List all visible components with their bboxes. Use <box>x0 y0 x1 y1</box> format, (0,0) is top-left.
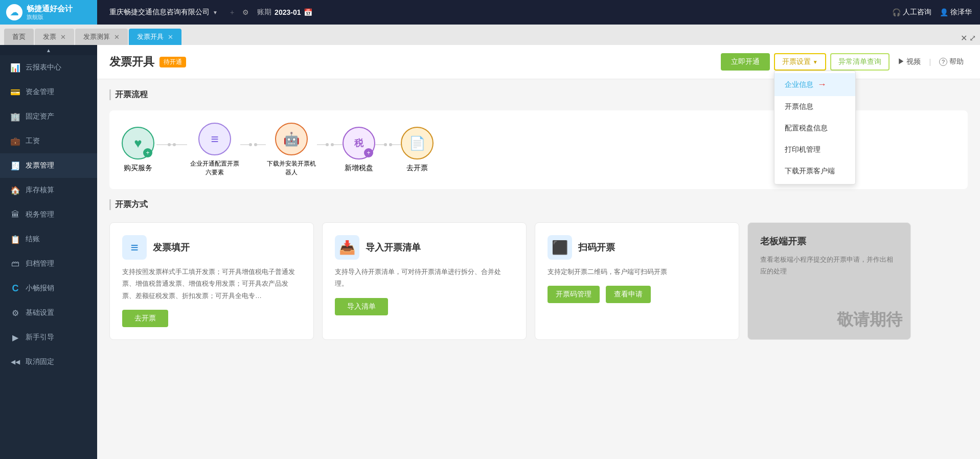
qr-manage-button[interactable]: 开票码管理 <box>548 286 600 303</box>
activate-button[interactable]: 立即开通 <box>721 53 770 71</box>
tab-home-label: 首页 <box>12 32 26 41</box>
company-name: 重庆畅捷交通信息咨询有限公司 <box>109 8 210 17</box>
salary-icon: 💼 <box>10 136 20 146</box>
sidebar-item-cancel-fixed[interactable]: ◀◀ 取消固定 <box>0 350 97 374</box>
method-icon-scan: ⬛ <box>548 235 572 260</box>
method-header-import: 📥 导入开票清单 <box>335 235 514 260</box>
view-apply-button[interactable]: 查看申请 <box>606 286 651 303</box>
method-icon-import: 📥 <box>335 235 359 260</box>
flow-divider-1 <box>156 144 187 145</box>
watermark-text: 敬请期待 <box>837 309 902 331</box>
method-desc-scan: 支持定制开票二维码，客户端可扫码开票 <box>548 266 726 278</box>
report-sales-icon: C <box>10 283 20 293</box>
method-header-fill: ≡ 发票填开 <box>122 235 301 260</box>
tab-home[interactable]: 首页 <box>4 29 34 45</box>
method-card-import: 📥 导入开票清单 支持导入待开票清单，可对待开票清单进行拆分、合并处理。 导入清… <box>322 222 527 340</box>
sidebar-item-tax-label: 税务管理 <box>26 210 54 219</box>
sidebar-item-report-sales-label: 小畅报销 <box>26 284 54 293</box>
tab-close-button[interactable]: ✕ <box>961 33 967 43</box>
company-selector[interactable]: 重庆畅捷交通信息咨询有限公司 ▼ <box>105 6 222 19</box>
red-arrow-icon: → <box>817 79 827 90</box>
video-button[interactable]: ▶ 视频 <box>894 54 925 70</box>
sidebar-item-archive-label: 归档管理 <box>26 259 54 268</box>
abnormal-list-button[interactable]: 异常清单查询 <box>830 53 890 71</box>
dropdown-item-download-client[interactable]: 下载开票客户端 <box>774 160 855 182</box>
logo-text-area: 畅捷通好会计 旗舰版 <box>27 4 73 21</box>
sidebar-item-salary[interactable]: 💼 工资 <box>0 129 97 153</box>
sidebar-item-assets[interactable]: 🏢 固定资产 <box>0 104 97 129</box>
fill-invoice-button[interactable]: 去开票 <box>122 310 168 327</box>
tab-expand-button[interactable]: ⤢ <box>969 33 976 43</box>
method-header-scan: ⬛ 扫码开票 <box>548 235 726 260</box>
sidebar-scroll-up[interactable]: ▲ <box>0 45 97 55</box>
top-bar: ☁ 畅捷通好会计 旗舰版 重庆畅捷交通信息咨询有限公司 ▼ + ⚙ 账期 202… <box>0 0 980 25</box>
sidebar-item-report-sales[interactable]: C 小畅报销 <box>0 276 97 301</box>
dropdown-item-tax-config[interactable]: 配置税盘信息 <box>774 118 855 139</box>
sidebar-item-funds-label: 资金管理 <box>26 87 54 97</box>
settings-gear-icon[interactable]: ⚙ <box>242 8 249 16</box>
flow-label-go-invoice: 去开票 <box>406 164 428 173</box>
tab-invoice-calc-close[interactable]: ✕ <box>114 33 120 41</box>
tab-invoice[interactable]: 发票 ✕ <box>35 29 74 45</box>
dropdown-item-invoice-info[interactable]: 开票信息 <box>774 96 855 118</box>
settings-icon: ⚙ <box>10 308 20 318</box>
dropdown-item-company-info[interactable]: 企业信息 → <box>774 73 855 96</box>
divider-2: | <box>929 58 931 66</box>
sidebar-item-archive[interactable]: 🗃 归档管理 <box>0 251 97 276</box>
flow-step-go-invoice: 📄 去开票 <box>401 127 434 173</box>
top-bar-right: 🎧 人工咨询 👤 徐泽华 <box>892 8 972 17</box>
support-label: 人工咨询 <box>903 8 931 17</box>
app-edition: 旗舰版 <box>27 13 73 21</box>
company-dropdown-icon: ▼ <box>213 10 218 15</box>
method-icon-fill: ≡ <box>122 235 147 260</box>
sidebar: ▲ 📊 云报表中心 💳 资金管理 🏢 固定资产 💼 工资 🧾 发票管理 🏠 库存… <box>0 45 97 459</box>
settings-button[interactable]: 开票设置 ▼ <box>774 53 826 71</box>
flow-label-download: 下载并安装开票机器人 <box>266 159 317 177</box>
user-area[interactable]: 👤 徐泽华 <box>940 8 972 17</box>
method-title-boss: 老板端开票 <box>760 235 806 247</box>
page-title-area: 发票开具 待开通 <box>109 54 186 70</box>
sidebar-item-guide-label: 新手引导 <box>26 333 54 342</box>
reports-icon: 📊 <box>10 62 20 73</box>
dropdown-item-company-info-label: 企业信息 <box>785 80 813 89</box>
sidebar-item-cancel-fixed-label: 取消固定 <box>26 357 54 366</box>
dropdown-item-printer[interactable]: 打印机管理 <box>774 139 855 160</box>
play-icon: ▶ <box>898 57 905 65</box>
sidebar-item-invoice-mgr-label: 发票管理 <box>26 161 54 170</box>
help-button[interactable]: ? 帮助 <box>935 54 968 70</box>
tab-invoice-calc-label: 发票测算 <box>83 32 110 41</box>
headset-icon: 🎧 <box>892 8 901 16</box>
page-title: 发票开具 <box>109 54 154 70</box>
settings-dropdown-container: 开票设置 ▼ 企业信息 → 开票信息 配置税盘信息 <box>774 53 826 71</box>
methods-container: ≡ 发票填开 支持按照发票样式手工填开发票；可开具增值税电子普通发票、增值税普通… <box>109 220 968 342</box>
tab-invoice-close[interactable]: ✕ <box>60 33 66 41</box>
sidebar-item-settle[interactable]: 📋 结账 <box>0 227 97 251</box>
sidebar-item-funds[interactable]: 💳 资金管理 <box>0 80 97 104</box>
sidebar-item-inventory[interactable]: 🏠 库存核算 <box>0 178 97 202</box>
tab-invoice-label: 发票 <box>43 32 56 41</box>
sidebar-item-salary-label: 工资 <box>26 136 40 146</box>
settings-dropdown-menu: 企业信息 → 开票信息 配置税盘信息 打印机管理 下 <box>774 71 856 185</box>
funds-icon: 💳 <box>10 87 20 97</box>
import-list-button[interactable]: 导入清单 <box>335 298 388 315</box>
main-layout: ▲ 📊 云报表中心 💳 资金管理 🏢 固定资产 💼 工资 🧾 发票管理 🏠 库存… <box>0 45 980 459</box>
tab-invoice-open[interactable]: 发票开具 ✕ <box>129 29 181 45</box>
calendar-icon[interactable]: 📅 <box>304 8 312 16</box>
sidebar-item-reports[interactable]: 📊 云报表中心 <box>0 55 97 80</box>
method-title-fill: 发票填开 <box>153 241 190 254</box>
tab-invoice-open-close[interactable]: ✕ <box>168 33 173 41</box>
sidebar-item-guide[interactable]: ▶ 新手引导 <box>0 325 97 350</box>
settle-icon: 📋 <box>10 234 20 244</box>
logo-icon: ☁ <box>6 4 22 20</box>
sidebar-item-settings[interactable]: ⚙ 基础设置 <box>0 301 97 325</box>
sidebar-item-reports-label: 云报表中心 <box>26 63 61 72</box>
logo-area: ☁ 畅捷通好会计 旗舰版 <box>0 0 97 25</box>
dropdown-item-download-client-label: 下载开票客户端 <box>785 167 835 176</box>
sidebar-item-tax[interactable]: 🏛 税务管理 <box>0 202 97 227</box>
flow-label-tax: 新增税盘 <box>345 164 373 173</box>
sidebar-item-invoice-mgr[interactable]: 🧾 发票管理 <box>0 153 97 178</box>
tab-invoice-calc[interactable]: 发票测算 ✕ <box>75 29 128 45</box>
support-button[interactable]: 🎧 人工咨询 <box>892 8 931 17</box>
flow-label-buy: 购买服务 <box>124 164 152 173</box>
method-card-scan: ⬛ 扫码开票 支持定制开票二维码，客户端可扫码开票 开票码管理 查看申请 <box>535 222 739 340</box>
